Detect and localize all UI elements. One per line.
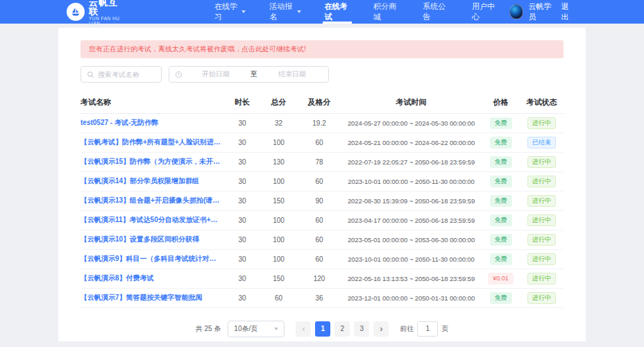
- jump-suffix: 页: [441, 324, 448, 334]
- exam-time-range: 2023-04-17 00:00:00 ~ 2050-06-18 23:59:5…: [341, 210, 482, 230]
- exam-pass-score: 90: [298, 191, 341, 210]
- nav-label: 系统公告: [423, 1, 448, 22]
- exam-name-link[interactable]: 【云帆演示7】简答题按关键字智能批阅: [80, 293, 225, 303]
- page-size-value: 10条/页: [234, 324, 257, 334]
- status-badge: 进行中: [527, 273, 556, 285]
- status-badge: 进行中: [527, 253, 556, 265]
- page-button-1[interactable]: 1: [315, 321, 330, 337]
- nav-label: 积分商城: [373, 1, 399, 22]
- exam-time-range: 2022-08-30 15:39:09 ~ 2050-06-18 23:59:5…: [341, 191, 482, 210]
- nav-item-points-mall[interactable]: 积分商城: [362, 0, 411, 24]
- page-size-select[interactable]: 10条/页: [228, 321, 285, 337]
- table-row: 【云帆演示7】简答题按关键字智能批阅 30 60 36 2023-12-01 0…: [80, 288, 564, 307]
- end-date-input[interactable]: 结束日期: [262, 69, 323, 79]
- search-input[interactable]: [98, 71, 155, 78]
- exam-duration: 30: [225, 288, 260, 307]
- jump-page-input[interactable]: [417, 321, 438, 337]
- price-badge: 免费: [490, 292, 512, 304]
- page-button-3[interactable]: 3: [354, 321, 369, 337]
- exam-time-range: 2023-05-01 00:00:00 ~ 2053-06-30 00:00:0…: [341, 230, 482, 249]
- table-row: test0527 - 考试-无防作弊 30 32 19.2 2024-05-27…: [80, 113, 564, 133]
- exam-total-score: 32: [260, 113, 298, 133]
- exam-time-range: 2023-12-01 00:00:00 ~ 2050-01-31 00:00:0…: [341, 288, 482, 307]
- nav-item-user-center[interactable]: 用户中心: [460, 0, 509, 24]
- exam-pass-score: 60: [298, 171, 341, 191]
- exam-name-link[interactable]: 【云帆演示11】考试达50分自动发放证书+…: [80, 215, 225, 225]
- exam-time-range: 2022-05-16 13:13:53 ~ 2050-06-18 23:59:5…: [341, 269, 482, 288]
- exam-total-score: 150: [260, 269, 298, 288]
- col-pass-score: 及格分: [298, 92, 341, 113]
- exam-total-score: 60: [260, 288, 298, 307]
- clock-icon: [175, 71, 183, 78]
- next-page-button[interactable]: ›: [373, 321, 389, 337]
- exam-search-box[interactable]: [80, 66, 162, 83]
- nav-item-online-study[interactable]: 在线学习: [203, 0, 257, 24]
- exam-time-range: 2024-05-21 00:00:00 ~ 2024-06-22 00:00:0…: [341, 133, 482, 152]
- exam-time-range: 2023-10-01 00:00:00 ~ 2050-11-30 00:00:0…: [341, 249, 482, 269]
- nav-item-activity-signup[interactable]: 活动报名: [257, 0, 312, 24]
- table-row: 【云帆考试】防作弊+所有题型+人脸识别进… 30 100 60 2024-05-…: [80, 133, 564, 152]
- price-badge: 免费: [490, 234, 512, 246]
- exam-time-range: 2023-10-01 00:00:00 ~ 2050-11-30 00:00:0…: [341, 171, 482, 191]
- nav-label: 在线考试: [325, 1, 350, 22]
- status-badge: 进行中: [527, 292, 556, 304]
- logout-button[interactable]: 退出: [561, 1, 575, 22]
- exam-list-card: 您有正在进行的考试，离线太久考试将被作废哦，点击此处可继续考试! 开始日期 至 …: [58, 28, 586, 341]
- date-range-picker[interactable]: 开始日期 至 结束日期: [169, 66, 329, 83]
- exam-time-range: 2024-05-27 00:00:00 ~ 2024-05-30 00:00:0…: [341, 113, 482, 133]
- start-date-input[interactable]: 开始日期: [185, 69, 246, 79]
- exam-duration: 30: [225, 230, 260, 249]
- nav-label: 用户中心: [472, 1, 498, 22]
- user-avatar[interactable]: [509, 4, 523, 19]
- col-total-score: 总分: [260, 92, 298, 113]
- pagination: 共 25 条 10条/页 ‹ 1 2 3 › 前往 页: [80, 321, 564, 337]
- exam-total-score: 150: [260, 191, 298, 210]
- top-navbar: 云帆互联 YUN FAN HU LIAN 在线学习 活动报名 在线考试 积分商城…: [0, 0, 644, 24]
- ongoing-exam-alert[interactable]: 您有正在进行的考试，离线太久考试将被作废哦，点击此处可继续考试!: [80, 40, 564, 58]
- price-badge: 免费: [490, 253, 512, 265]
- exam-name-link[interactable]: 【云帆演示9】科目一（多科目考试统计对…: [80, 254, 225, 264]
- exam-time-range: 2022-07-19 22:05:27 ~ 2050-06-18 23:59:5…: [341, 152, 482, 171]
- col-duration: 时长: [225, 92, 260, 113]
- col-price: 价格: [482, 92, 520, 113]
- brand-logo[interactable]: 云帆互联 YUN FAN HU LIAN: [67, 0, 126, 24]
- nav-item-online-exam[interactable]: 在线考试: [313, 0, 362, 24]
- exam-duration: 30: [225, 191, 260, 210]
- prev-page-button[interactable]: ‹: [296, 321, 311, 337]
- exam-name-link[interactable]: 【云帆演示14】部分学员权限增加群组: [80, 176, 225, 186]
- nav-item-system-notice[interactable]: 系统公告: [411, 0, 460, 24]
- date-separator: 至: [249, 69, 259, 79]
- user-area: 云帆学员 退出: [509, 0, 575, 24]
- exam-duration: 30: [225, 210, 260, 230]
- exam-pass-score: 19.2: [298, 113, 341, 133]
- exam-duration: 30: [225, 133, 260, 152]
- exam-duration: 30: [225, 269, 260, 288]
- col-exam-name: 考试名称: [80, 92, 225, 113]
- exam-name-link[interactable]: 【云帆演示13】组合题+开启摄像头抓拍(请…: [80, 196, 225, 205]
- nav-label: 在线学习: [214, 1, 239, 22]
- table-body: test0527 - 考试-无防作弊 30 32 19.2 2024-05-27…: [80, 113, 564, 307]
- exam-total-score: 100: [260, 230, 298, 249]
- chevron-down-icon: [274, 328, 278, 330]
- exam-name-link[interactable]: 【云帆演示10】设置多段区间积分获得: [80, 235, 225, 244]
- exam-name-link[interactable]: 【云帆演示15】防作弊（为方便演示，未开…: [80, 157, 225, 167]
- col-exam-status: 考试状态: [520, 92, 564, 113]
- exam-total-score: 130: [260, 152, 298, 171]
- search-icon: [87, 71, 94, 78]
- table-row: 【云帆演示14】部分学员权限增加群组 30 100 60 2023-10-01 …: [80, 171, 564, 191]
- price-badge: 免费: [490, 195, 512, 207]
- exam-name-link[interactable]: 【云帆考试】防作弊+所有题型+人脸识别进…: [80, 137, 225, 147]
- jump-prefix: 前往: [400, 324, 414, 334]
- price-badge: 免费: [490, 176, 512, 187]
- exam-total-score: 100: [260, 210, 298, 230]
- page-button-2[interactable]: 2: [334, 321, 350, 337]
- exam-pass-score: 60: [298, 210, 341, 230]
- price-badge: 免费: [490, 117, 512, 129]
- status-badge: 进行中: [527, 176, 556, 187]
- user-name[interactable]: 云帆学员: [529, 1, 556, 22]
- exam-duration: 30: [225, 171, 260, 191]
- exam-pass-score: 78: [298, 152, 341, 171]
- exam-name-link[interactable]: test0527 - 考试-无防作弊: [80, 118, 225, 128]
- exam-name-link[interactable]: 【云帆演示8】付费考试: [80, 273, 225, 283]
- exam-duration: 30: [225, 249, 260, 269]
